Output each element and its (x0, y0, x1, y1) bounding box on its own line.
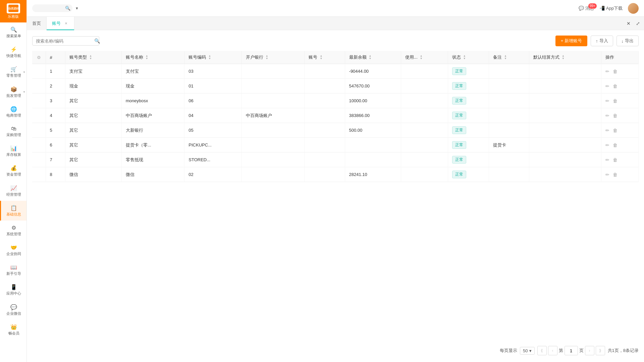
page-size-arrow: ▾ (529, 348, 532, 353)
edit-icon-6[interactable]: ✏ (605, 157, 609, 163)
row-usage-5 (401, 138, 448, 153)
user-avatar[interactable] (628, 3, 639, 14)
export-button[interactable]: ↓ 导出 (616, 36, 639, 46)
edit-icon-2[interactable]: ✏ (605, 98, 609, 104)
page-next-button[interactable]: › (585, 346, 594, 355)
accounts-search-input[interactable] (36, 39, 92, 44)
tab-home[interactable]: 首页 (27, 17, 47, 30)
app-download-button[interactable]: 📲 App下载 (599, 5, 623, 11)
delete-icon-0[interactable]: 🗑 (613, 69, 618, 74)
col-usage[interactable]: 使用... ▲▼ (401, 51, 448, 64)
edit-icon-4[interactable]: ✏ (605, 128, 609, 133)
row-num-6: 7 (46, 153, 65, 167)
col-settlement-label: 默认结算方式 (533, 54, 559, 60)
sidebar-item-operations[interactable]: 📈 经营管理 (0, 181, 26, 201)
settings-icon[interactable]: ⚙ (37, 55, 41, 60)
accounts-search-box[interactable]: 🔍 (32, 36, 99, 46)
sidebar-item-enterprise-wechat[interactable]: 💬 企业微信 (0, 300, 26, 320)
col-code[interactable]: 账号编码 ▲▼ (184, 51, 242, 64)
row-settlement-5 (529, 138, 601, 153)
col-name-sort[interactable]: ▲▼ (146, 55, 148, 60)
col-account-sort[interactable]: ▲▼ (320, 55, 322, 60)
tab-accounts[interactable]: 账号 × (47, 17, 74, 30)
col-num: # (46, 51, 65, 64)
col-name[interactable]: 账号名称 ▲▼ (121, 51, 184, 64)
col-balance[interactable]: 最新余额 ▲▼ (345, 51, 401, 64)
sidebar-item-inventory[interactable]: 📊 库存核算 (0, 141, 26, 161)
row-settlement-0 (529, 64, 601, 79)
edit-icon-3[interactable]: ✏ (605, 113, 609, 118)
col-usage-sort[interactable]: ▲▼ (420, 55, 423, 60)
sidebar-item-system[interactable]: ⚙ 系统管理 (0, 221, 26, 240)
status-badge: 正常 (452, 97, 466, 105)
row-account-4 (305, 123, 345, 138)
row-num-0: 1 (46, 64, 65, 79)
sidebar-item-shortcut[interactable]: ⚡ 快捷导航 (0, 42, 26, 62)
col-bank[interactable]: 开户银行 ▲▼ (241, 51, 305, 64)
delete-icon-4[interactable]: 🗑 (613, 128, 618, 133)
sidebar-item-ecommerce[interactable]: 🌐 电商管理 (0, 102, 26, 122)
sidebar-item-app-center[interactable]: 📱 应用中心 (0, 280, 26, 300)
edit-icon-7[interactable]: ✏ (605, 172, 609, 177)
page-prev-button[interactable]: ‹ (548, 346, 557, 355)
sidebar-item-member[interactable]: 👑 畅会员 (0, 320, 26, 340)
row-actions-5: ✏ 🗑 (601, 138, 638, 153)
accounts-table-container: ⚙ # 账号类型 ▲▼ 账号名称 ▲▼ (32, 51, 639, 342)
col-status[interactable]: 状态 ▲▼ (448, 51, 489, 64)
tab-close-icon[interactable]: ✕ (625, 19, 632, 27)
delete-icon-6[interactable]: 🗑 (613, 157, 618, 163)
import-button[interactable]: ↑ 导入 (591, 36, 613, 46)
col-notes-sort[interactable]: ▲▼ (504, 55, 507, 60)
sidebar-item-finance[interactable]: 💰 资金管理 (0, 161, 26, 181)
col-settings[interactable]: ⚙ (32, 51, 46, 64)
delete-icon-3[interactable]: 🗑 (613, 113, 618, 118)
messages-button[interactable]: 💬 消息 99+ (579, 5, 594, 11)
page-size-select[interactable]: 50 ▾ (520, 347, 534, 355)
col-account[interactable]: 账号 ▲▼ (305, 51, 345, 64)
sidebar-item-wholesale[interactable]: 📦 批发管理 ▼ (0, 82, 26, 102)
page-last-button[interactable]: ⟫ (596, 346, 605, 355)
row-balance-4: 500.00 (345, 123, 401, 138)
col-notes[interactable]: 备注 ▲▼ (489, 51, 529, 64)
sidebar-item-retail[interactable]: 🛒 零售管理 ▼ (0, 62, 26, 82)
topbar-search-box[interactable]: 🔍 (32, 4, 72, 12)
page-navigation: ⟪ ‹ 第 页 › ⟫ (537, 346, 605, 355)
col-type[interactable]: 账号类型 ▲▼ (65, 51, 121, 64)
col-settlement[interactable]: 默认结算方式 ▲▼ (529, 51, 601, 64)
sidebar-item-basic-info[interactable]: 📋 基础信息 (0, 201, 26, 221)
tab-accounts-close[interactable]: × (63, 21, 69, 26)
col-settlement-sort[interactable]: ▲▼ (562, 55, 565, 60)
topbar-dropdown[interactable]: ▾ (76, 6, 78, 11)
delete-icon-2[interactable]: 🗑 (613, 98, 618, 104)
row-num-3: 4 (46, 108, 65, 123)
sidebar-item-cooperation[interactable]: 🤝 企业协同 (0, 240, 26, 260)
accounts-search-icon[interactable]: 🔍 (94, 38, 100, 44)
row-bank-1 (241, 79, 305, 94)
cooperation-icon: 🤝 (10, 244, 17, 251)
delete-icon-5[interactable]: 🗑 (613, 142, 618, 148)
retail-arrow-icon: ▼ (23, 70, 25, 73)
page-number-input[interactable] (565, 346, 578, 355)
delete-icon-7[interactable]: 🗑 (613, 172, 618, 177)
tab-expand-icon[interactable]: ⤢ (635, 19, 641, 27)
add-account-button[interactable]: + 新增账号 (555, 36, 587, 46)
basic-info-icon: 📋 (10, 205, 17, 211)
sidebar-item-purchase[interactable]: 🛍 采购管理 (0, 122, 26, 141)
logo-icon: 品优进好 (7, 3, 20, 13)
sidebar-item-guide[interactable]: 📖 新手引导 (0, 260, 26, 280)
edit-icon-1[interactable]: ✏ (605, 83, 609, 89)
page-size-value: 50 (523, 348, 528, 353)
row-balance-6 (345, 153, 401, 167)
col-bank-sort[interactable]: ▲▼ (266, 55, 268, 60)
topbar-search-input[interactable] (36, 6, 63, 11)
col-balance-sort[interactable]: ▲▼ (369, 55, 372, 60)
row-usage-2 (401, 94, 448, 108)
col-code-sort[interactable]: ▲▼ (208, 55, 211, 60)
col-type-sort[interactable]: ▲▼ (89, 55, 92, 60)
page-first-button[interactable]: ⟪ (537, 346, 547, 355)
edit-icon-0[interactable]: ✏ (605, 69, 609, 74)
col-status-sort[interactable]: ▲▼ (463, 55, 466, 60)
delete-icon-1[interactable]: 🗑 (613, 83, 618, 89)
sidebar-item-search[interactable]: 🔍 搜索菜单 (0, 22, 26, 42)
edit-icon-5[interactable]: ✏ (605, 142, 609, 148)
